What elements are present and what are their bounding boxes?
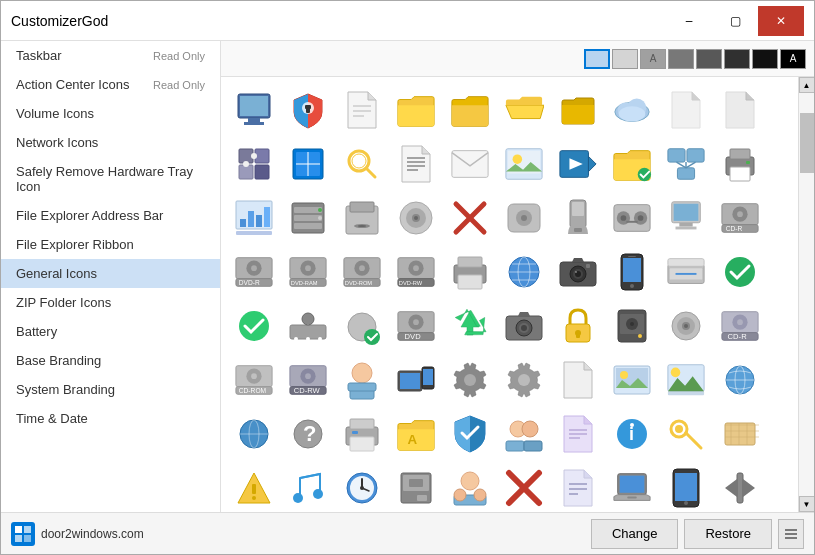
icon-cell[interactable] — [283, 301, 333, 351]
icon-cell[interactable]: DVD-RW — [391, 247, 441, 297]
icon-cell[interactable] — [661, 193, 711, 243]
color-swatch-dark-gray2[interactable] — [696, 49, 722, 69]
icon-cell[interactable] — [337, 193, 387, 243]
icon-cell[interactable]: DVD-RAM — [283, 247, 333, 297]
icon-cell[interactable] — [661, 355, 711, 405]
icon-cell[interactable] — [445, 301, 495, 351]
icon-cell[interactable] — [445, 409, 495, 459]
icon-cell[interactable] — [553, 139, 603, 189]
icon-cell[interactable] — [553, 355, 603, 405]
icon-cell[interactable] — [607, 85, 657, 135]
icon-cell[interactable] — [337, 301, 387, 351]
close-button[interactable]: ✕ — [758, 6, 804, 36]
maximize-button[interactable]: ▢ — [712, 6, 758, 36]
scroll-up-button[interactable]: ▲ — [799, 77, 815, 93]
scroll-down-button[interactable]: ▼ — [799, 496, 815, 512]
icon-cell[interactable] — [715, 355, 765, 405]
icon-cell[interactable] — [607, 193, 657, 243]
restore-button[interactable]: Restore — [684, 519, 772, 549]
icon-cell[interactable] — [661, 409, 711, 459]
icon-cell[interactable] — [445, 193, 495, 243]
sidebar-item-time-date[interactable]: Time & Date — [1, 404, 220, 433]
icon-cell[interactable]: CD-ROM — [229, 355, 279, 405]
menu-button[interactable] — [778, 519, 804, 549]
icon-cell[interactable] — [229, 139, 279, 189]
color-swatch-medium-gray-a[interactable]: A — [640, 49, 666, 69]
icon-cell[interactable] — [499, 463, 549, 512]
sidebar-item-battery[interactable]: Battery — [1, 317, 220, 346]
icon-cell[interactable] — [445, 85, 495, 135]
icon-cell[interactable] — [391, 193, 441, 243]
icon-cell[interactable]: CD-R — [715, 301, 765, 351]
sidebar-item-action-center[interactable]: Action Center Icons Read Only — [1, 70, 220, 99]
icon-cell[interactable] — [499, 409, 549, 459]
icon-cell[interactable]: ? — [283, 409, 333, 459]
sidebar-item-system-branding[interactable]: System Branding — [1, 375, 220, 404]
scroll-thumb[interactable] — [800, 113, 814, 173]
icon-cell[interactable] — [499, 355, 549, 405]
icon-cell[interactable] — [607, 355, 657, 405]
icon-cell[interactable]: DVD-ROM — [337, 247, 387, 297]
icon-cell[interactable]: CD-RW — [283, 355, 333, 405]
icon-cell[interactable] — [499, 85, 549, 135]
icon-cell[interactable] — [661, 85, 711, 135]
sidebar-item-zip-folder[interactable]: ZIP Folder Icons — [1, 288, 220, 317]
icon-cell[interactable] — [661, 139, 711, 189]
sidebar-item-taskbar[interactable]: Taskbar Read Only — [1, 41, 220, 70]
icon-cell[interactable] — [553, 193, 603, 243]
icon-cell[interactable] — [337, 139, 387, 189]
icon-cell[interactable] — [607, 247, 657, 297]
icon-cell[interactable] — [715, 463, 765, 512]
icon-cell[interactable] — [553, 85, 603, 135]
icon-cell[interactable] — [607, 139, 657, 189]
icon-cell[interactable] — [445, 355, 495, 405]
icon-cell[interactable] — [283, 193, 333, 243]
color-swatch-light-gray[interactable] — [612, 49, 638, 69]
scroll-track[interactable] — [799, 93, 815, 496]
icon-cell[interactable] — [661, 301, 711, 351]
icon-cell[interactable] — [553, 463, 603, 512]
sidebar-item-volume[interactable]: Volume Icons — [1, 99, 220, 128]
sidebar-item-file-explorer-ribbon[interactable]: File Explorer Ribbon — [1, 230, 220, 259]
color-swatch-dark-gray3[interactable] — [724, 49, 750, 69]
icon-cell[interactable] — [661, 463, 711, 512]
change-button[interactable]: Change — [591, 519, 679, 549]
icon-cell[interactable] — [391, 85, 441, 135]
color-swatch-light-blue[interactable] — [584, 49, 610, 69]
icon-cell[interactable] — [229, 193, 279, 243]
icon-cell[interactable] — [445, 139, 495, 189]
icon-cell[interactable] — [337, 463, 387, 512]
icon-cell[interactable] — [229, 463, 279, 512]
icon-cell[interactable] — [499, 193, 549, 243]
icon-cell[interactable] — [283, 139, 333, 189]
icon-cell[interactable]: CD-R — [715, 193, 765, 243]
icon-cell[interactable] — [553, 301, 603, 351]
icon-cell[interactable]: A — [391, 409, 441, 459]
minimize-button[interactable]: – — [666, 6, 712, 36]
icon-cell[interactable] — [229, 301, 279, 351]
icon-cell[interactable] — [283, 463, 333, 512]
sidebar-item-base-branding[interactable]: Base Branding — [1, 346, 220, 375]
icon-cell[interactable] — [391, 139, 441, 189]
icon-cell[interactable] — [337, 85, 387, 135]
icon-cell[interactable] — [337, 355, 387, 405]
color-swatch-very-dark[interactable] — [752, 49, 778, 69]
icon-cell[interactable] — [553, 247, 603, 297]
color-swatch-black-a[interactable]: A — [780, 49, 806, 69]
icon-cell[interactable] — [553, 409, 603, 459]
icon-cell[interactable] — [499, 301, 549, 351]
icon-cell[interactable] — [661, 247, 711, 297]
sidebar-item-general-icons[interactable]: General Icons — [1, 259, 220, 288]
icon-cell[interactable] — [715, 409, 765, 459]
icon-cell[interactable] — [607, 301, 657, 351]
icon-cell[interactable] — [445, 247, 495, 297]
sidebar-item-safely-remove[interactable]: Safely Remove Hardware Tray Icon — [1, 157, 220, 201]
icon-cell[interactable] — [715, 247, 765, 297]
icon-cell[interactable] — [337, 409, 387, 459]
icon-cell[interactable] — [499, 139, 549, 189]
icon-cell[interactable]: DVD-R — [229, 247, 279, 297]
icon-cell[interactable] — [607, 463, 657, 512]
icon-cell[interactable] — [229, 409, 279, 459]
sidebar-item-network[interactable]: Network Icons — [1, 128, 220, 157]
icon-cell[interactable] — [391, 463, 441, 512]
